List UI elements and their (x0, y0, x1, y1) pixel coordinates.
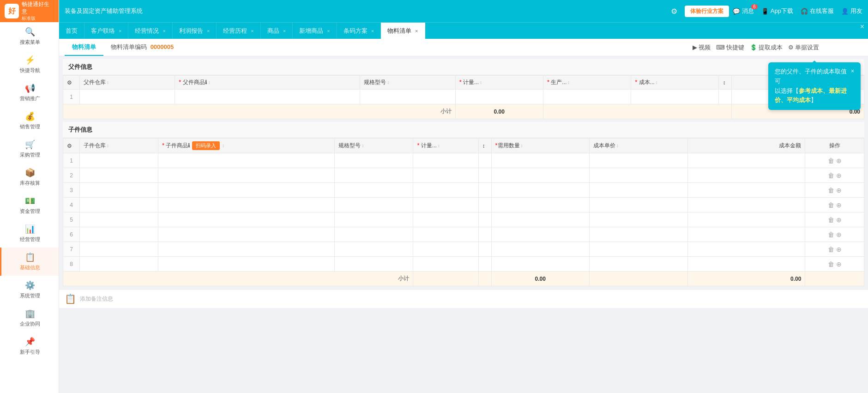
notification-bell[interactable]: 💬 消息 6 (733, 7, 754, 15)
nav-tab-close-bom[interactable]: × (415, 28, 418, 34)
child-row-1-quantity[interactable] (491, 153, 589, 168)
gear-button[interactable]: ⚙ (671, 7, 677, 16)
child-row-4-cost-price[interactable] (590, 198, 687, 212)
bottom-icon[interactable]: 📋 (65, 293, 76, 304)
delete-icon-row-7[interactable]: 🗑 (828, 246, 834, 253)
copy-icon-row-3[interactable]: ⊕ (836, 187, 842, 194)
child-row-7-cost-price[interactable] (590, 242, 687, 257)
child-row-5-cost-price[interactable] (590, 212, 687, 227)
child-row-6-spec[interactable] (335, 227, 413, 242)
parent-row-1-warehouse[interactable] (80, 90, 175, 104)
child-col-settings[interactable]: ⚙ (63, 139, 80, 153)
child-row-6-unit[interactable] (413, 227, 478, 242)
nav-tab-customers[interactable]: 客户联络× (84, 23, 128, 39)
child-row-3-product[interactable] (158, 183, 334, 198)
sidebar-item-quick-nav[interactable]: ⚡快捷导航 (0, 50, 59, 79)
child-row-4-quantity[interactable] (491, 198, 589, 212)
child-row-5-unit[interactable] (413, 212, 478, 227)
nav-tab-close-history[interactable]: × (251, 28, 253, 34)
parent-row-1-cost[interactable] (631, 90, 719, 104)
scan-button[interactable]: 扫码录入 (192, 141, 220, 150)
nav-right-arrow[interactable]: › (834, 44, 838, 51)
child-row-2-quantity[interactable] (491, 168, 589, 183)
child-row-6-cost-price[interactable] (590, 227, 687, 242)
expand-icon[interactable]: ⤢ (855, 44, 862, 51)
child-row-7-quantity[interactable] (491, 242, 589, 257)
sidebar-item-system[interactable]: ⚙️系统管理 (0, 276, 59, 304)
nav-tab-history[interactable]: 经营历程× (217, 23, 260, 39)
child-row-1-unit[interactable] (413, 153, 478, 168)
app-download-btn[interactable]: 📱 App下载 (761, 7, 793, 15)
child-row-8-warehouse[interactable] (80, 257, 158, 272)
nav-tab-profit[interactable]: 利润报告× (173, 23, 217, 39)
child-row-2-spec[interactable] (335, 168, 413, 183)
delete-icon-row-8[interactable]: 🗑 (828, 260, 834, 268)
child-row-7-product[interactable] (158, 242, 334, 257)
child-row-1-warehouse[interactable] (80, 153, 158, 168)
delete-icon-row-2[interactable]: 🗑 (828, 172, 834, 179)
delete-icon-row-3[interactable]: 🗑 (828, 187, 834, 194)
child-row-8-spec[interactable] (335, 257, 413, 272)
nav-tab-close-customers[interactable]: × (119, 28, 121, 34)
nav-tab-close-operations[interactable]: × (163, 28, 165, 34)
parent-row-1-produce[interactable] (543, 90, 631, 104)
nav-tab-operations[interactable]: 经营情况× (128, 23, 172, 39)
copy-icon-row-4[interactable]: ⊕ (836, 201, 842, 209)
child-row-6-quantity[interactable] (491, 227, 589, 242)
child-row-7-unit[interactable] (413, 242, 478, 257)
copy-icon-row-1[interactable]: ⊕ (836, 157, 842, 164)
sidebar-item-guide[interactable]: 📌新手引导 (0, 332, 59, 360)
child-row-4-product[interactable] (158, 198, 334, 212)
sidebar-item-search[interactable]: 🔍搜索菜单 (0, 22, 59, 50)
sub-tab-bom-code[interactable]: 物料清单编码 0000005 (103, 39, 181, 56)
child-row-5-quantity[interactable] (491, 212, 589, 227)
sub-tab-bom-list[interactable]: 物料清单 (65, 39, 103, 56)
child-row-2-unit[interactable] (413, 168, 478, 183)
sidebar-item-purchase[interactable]: 🛒采购管理 (0, 135, 59, 163)
nav-tab-barcode[interactable]: 条码方案× (337, 23, 381, 39)
sidebar-item-enterprise[interactable]: 🏢企业协同 (0, 304, 59, 332)
sidebar-item-marketing[interactable]: 📢营销推广 (0, 79, 59, 107)
child-row-8-unit[interactable] (413, 257, 478, 272)
child-row-2-product[interactable] (158, 168, 334, 183)
child-row-4-warehouse[interactable] (80, 198, 158, 212)
child-row-7-warehouse[interactable] (80, 242, 158, 257)
child-row-4-unit[interactable] (413, 198, 478, 212)
child-row-3-spec[interactable] (335, 183, 413, 198)
nav-tab-goods[interactable]: 商品× (261, 23, 293, 39)
child-row-3-quantity[interactable] (491, 183, 589, 198)
sidebar-item-inventory[interactable]: 📦库存核算 (0, 163, 59, 191)
online-service-btn[interactable]: 🎧 在线客服 (801, 7, 834, 15)
user-menu[interactable]: 👤 用友 (841, 7, 862, 15)
copy-icon-row-5[interactable]: ⊕ (836, 216, 842, 224)
child-row-1-spec[interactable] (335, 153, 413, 168)
delete-icon-row-5[interactable]: 🗑 (828, 216, 834, 224)
nav-tab-close-barcode[interactable]: × (371, 28, 374, 34)
child-row-8-quantity[interactable] (491, 257, 589, 272)
trial-button[interactable]: 体验行业方案 (685, 6, 729, 17)
parent-row-1-product[interactable] (175, 90, 360, 104)
child-row-3-warehouse[interactable] (80, 183, 158, 198)
child-row-3-cost-price[interactable] (590, 183, 687, 198)
nav-tab-new-goods[interactable]: 新增商品× (293, 23, 337, 39)
parent-row-1-unit[interactable] (455, 90, 543, 104)
child-row-6-product[interactable] (158, 227, 334, 242)
sidebar-item-sales[interactable]: 💰销售管理 (0, 107, 59, 135)
child-row-5-warehouse[interactable] (80, 212, 158, 227)
child-row-6-warehouse[interactable] (80, 227, 158, 242)
child-row-1-product[interactable] (158, 153, 334, 168)
child-row-8-product[interactable] (158, 257, 334, 272)
nav-tab-close-profit[interactable]: × (207, 28, 210, 34)
nav-tab-close-goods[interactable]: × (283, 28, 286, 34)
child-row-2-cost-price[interactable] (590, 168, 687, 183)
copy-icon-row-8[interactable]: ⊕ (836, 260, 842, 268)
nav-menu-icon[interactable]: ≡ (844, 44, 850, 51)
view-button[interactable]: ▶ 视频 (693, 43, 711, 52)
child-row-4-spec[interactable] (335, 198, 413, 212)
nav-tab-home[interactable]: 首页 (59, 23, 84, 39)
close-all-tabs-button[interactable]: × (856, 23, 868, 39)
copy-icon-row-7[interactable]: ⊕ (836, 246, 842, 253)
single-settings-button[interactable]: ⚙ 单据设置 (788, 43, 819, 52)
nav-tab-bom[interactable]: 物料清单× (381, 23, 425, 39)
child-row-3-unit[interactable] (413, 183, 478, 198)
